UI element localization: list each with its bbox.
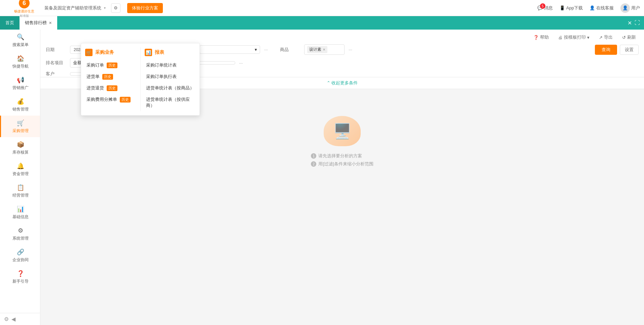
dropdown-item-inbound-return[interactable]: 进货退货 历史 — [85, 82, 136, 94]
sidebar-item-system[interactable]: ⚙ 系统管理 — [0, 223, 40, 245]
dropdown-item-inbound[interactable]: 进货单 历史 — [85, 71, 136, 82]
user-label: 用户 — [631, 5, 640, 11]
dropdown-item-po-exec[interactable]: 采购订单执行表 — [145, 71, 196, 82]
message-icon-wrapper: 💬 5 — [537, 5, 543, 10]
sidebar-item-purchase[interactable]: 🛒 采购管理 — [0, 116, 40, 137]
sidebar-item-quicknav[interactable]: 🏠 快捷导航 — [0, 51, 40, 73]
goods-tag-close[interactable]: ✕ — [323, 48, 325, 51]
history-badge-2: 历史 — [107, 85, 117, 91]
online-service-button[interactable]: 👤 在线客服 — [589, 5, 614, 11]
sidebar-item-enterprise[interactable]: 🔗 企业协同 — [0, 245, 40, 266]
logo-text: 畅捷通好生意 — [14, 9, 34, 14]
basicinfo-icon: 📊 — [17, 205, 24, 213]
empty-illustration: 🖥️ — [324, 116, 361, 146]
dropdown-item-inbound-stats-supplier[interactable]: 进货单统计表（按供应商） — [145, 94, 196, 111]
query-button[interactable]: 查询 — [595, 45, 617, 55]
sidebar-item-marketing[interactable]: 📢 营销推广 — [0, 73, 40, 94]
collapse-label: 收起更多条件 — [331, 80, 358, 85]
history-badge-0: 历史 — [107, 63, 117, 68]
tab-bar-right: ✕ ⛶ — [628, 20, 644, 26]
dropdown-item-purchase-expense[interactable]: 采购费用分摊单 历史 — [85, 94, 136, 105]
po-stats-label: 采购订单统计表 — [146, 62, 177, 68]
sales-icon: 💰 — [17, 98, 24, 105]
message-badge: 5 — [540, 3, 545, 9]
sidebar-item-purchase-label: 采购管理 — [12, 128, 29, 134]
voucher-status-dropdown[interactable]: ▾ — [200, 45, 260, 54]
inbound-stats-supplier-label: 进货单统计表（按供应商） — [146, 96, 194, 109]
sidebar-item-newguide[interactable]: ❓ 新手引导 — [0, 266, 40, 288]
filter-settings-button[interactable]: 设置 — [620, 45, 639, 55]
industry-button[interactable]: 体验行业方案 — [127, 3, 163, 13]
user-button[interactable]: 👤 用户 — [620, 3, 640, 13]
dropdown-item-purchase-order[interactable]: 采购订单 历史 — [85, 59, 136, 71]
tab-ranking-label: 销售排行榜 — [25, 20, 47, 26]
sidebar-item-search[interactable]: 🔍 搜索菜单 — [0, 30, 40, 51]
voucher-status-dots[interactable]: ··· — [264, 47, 268, 52]
search-icon: 🔍 — [17, 33, 24, 41]
print-chevron: ▾ — [587, 35, 589, 40]
tab-ranking-close[interactable]: ✕ — [49, 21, 52, 25]
help-button[interactable]: ❓ 帮助 — [531, 33, 551, 42]
inbound-label: 进货单 — [86, 74, 100, 80]
message-button[interactable]: 💬 5 消息 — [537, 5, 553, 11]
sidebar-item-basicinfo[interactable]: 📊 基础信息 — [0, 202, 40, 223]
refresh-icon: ↺ — [622, 35, 626, 40]
dropdown-purchase-col: 🛒 采购业务 采购订单 历史 进货单 历史 进货退货 历史 采购费用分摊单 — [81, 47, 140, 111]
content-area: 🛒 采购业务 采购订单 历史 进货单 历史 进货退货 历史 采购费用分摊单 — [40, 30, 644, 325]
purchase-dropdown-menu: 🛒 采购业务 采购订单 历史 进货单 历史 进货退货 历史 采购费用分摊单 — [81, 43, 200, 116]
customer-label: 客户 — [46, 71, 66, 77]
report-section-icon: 📊 — [145, 49, 152, 56]
sidebar-collapse-icon[interactable]: ◀ — [11, 316, 15, 322]
rank-label: 排名项目 — [46, 60, 66, 66]
sidebar-item-sales[interactable]: 💰 销售管理 — [0, 94, 40, 116]
goods-tag: 设计素 ✕ — [307, 46, 327, 53]
tab-ranking[interactable]: 销售排行榜 ✕ — [20, 16, 57, 30]
sidebar-item-search-label: 搜索菜单 — [12, 42, 29, 48]
settings-gear-button[interactable]: ⚙ — [111, 3, 120, 13]
sidebar-item-inventory[interactable]: 📦 库存核算 — [0, 137, 40, 159]
sidebar-settings-icon[interactable]: ⚙ — [4, 316, 9, 322]
hint-num-2: 2 — [311, 161, 316, 167]
dropdown-item-po-stats[interactable]: 采购订单统计表 — [145, 59, 196, 71]
date-label: 日期 — [46, 47, 66, 53]
refresh-button[interactable]: ↺ 刷新 — [619, 33, 639, 42]
app-download-button[interactable]: 📱 App下载 — [560, 5, 583, 11]
operation-icon: 📋 — [17, 184, 24, 191]
system-title-chevron[interactable]: ▾ — [104, 6, 106, 10]
tab-close-all-icon[interactable]: ✕ — [628, 20, 632, 26]
purchase-section-icon: 🛒 — [85, 49, 93, 56]
app-icon: 📱 — [560, 5, 565, 10]
top-bar: 6 畅捷通好生意 标准版 装备及固定资产辅助管理系统 ▾ ⚙ 体验行业方案 💬 … — [0, 0, 644, 16]
dropdown-report-header: 📊 报表 — [145, 47, 196, 59]
sidebar-bottom: ⚙ ◀ — [0, 313, 40, 325]
hint-text-1: 请先选择要分析的方案 — [318, 153, 362, 159]
export-button[interactable]: ↗ 导出 — [596, 33, 615, 42]
purchase-icon: 🛒 — [17, 119, 24, 127]
top-right-area: 💬 5 消息 📱 App下载 👤 在线客服 👤 用户 — [537, 3, 640, 13]
sidebar-item-capital[interactable]: 🔔 资金管理 — [0, 159, 40, 180]
capital-icon: 🔔 — [17, 162, 24, 170]
sidebar-item-operation-label: 经营管理 — [12, 193, 29, 198]
hint-text-2: 用[过滤]条件来缩小分析范围 — [318, 161, 373, 167]
salesman-dots[interactable]: ··· — [239, 60, 243, 66]
app-label: App下载 — [566, 5, 583, 11]
enterprise-icon: 🔗 — [17, 248, 24, 256]
dropdown-item-inbound-stats-goods[interactable]: 进货单统计表（按商品） — [145, 82, 196, 94]
sidebar: 🔍 搜索菜单 🏠 快捷导航 📢 营销推广 💰 销售管理 🛒 采购管理 📦 库存核… — [0, 30, 40, 325]
system-title-text: 装备及固定资产辅助管理系统 — [44, 5, 101, 11]
sidebar-item-newguide-label: 新手引导 — [12, 279, 29, 284]
goods-filter[interactable]: 设计素 ✕ — [304, 44, 345, 55]
sidebar-item-capital-label: 资金管理 — [12, 171, 29, 177]
tab-home[interactable]: 首页 — [0, 16, 20, 30]
goods-dots[interactable]: ··· — [349, 47, 352, 52]
service-label: 在线客服 — [596, 5, 614, 11]
print-button[interactable]: 🖨 按模板打印 ▾ — [556, 33, 592, 42]
logo-sub: 标准版 — [20, 14, 29, 18]
system-title-area: 装备及固定资产辅助管理系统 ▾ ⚙ 体验行业方案 — [44, 3, 163, 13]
empty-hint-2: 2 用[过滤]条件来缩小分析范围 — [311, 161, 373, 167]
inbound-stats-goods-label: 进货单统计表（按商品） — [146, 85, 194, 91]
sidebar-item-operation[interactable]: 📋 经营管理 — [0, 180, 40, 202]
tab-expand-icon[interactable]: ⛶ — [635, 20, 640, 26]
purchase-order-label: 采购订单 — [86, 62, 104, 68]
sidebar-item-system-label: 系统管理 — [12, 236, 29, 241]
